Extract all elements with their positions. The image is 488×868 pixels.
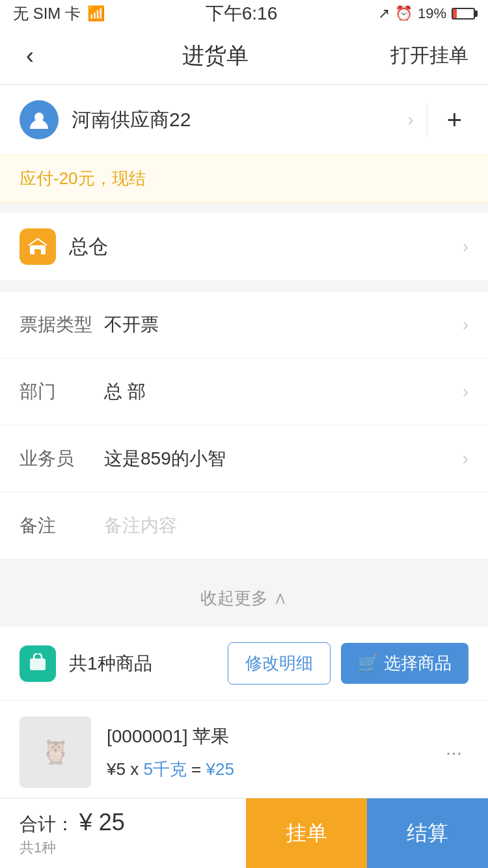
battery-indicator — [452, 8, 475, 20]
total-row: 合计： ¥ 25 — [20, 809, 226, 837]
product-thumbnail: 🦉 — [20, 716, 91, 788]
status-bar: 无 SIM 卡 📶 下午6:16 ↗ ⏰ 19% — [0, 0, 488, 27]
cart-icon: 🛒 — [358, 653, 379, 673]
owl-logo-icon: 🦉 — [41, 739, 70, 766]
invoice-label: 票据类型 — [20, 312, 104, 337]
location-icon: ↗ — [378, 5, 390, 22]
product-title: [0000001] 苹果 — [107, 724, 439, 749]
total-count: 共1种 — [20, 838, 226, 858]
department-row[interactable]: 部门 总 部 › — [0, 359, 488, 426]
alarm-icon: ⏰ — [395, 5, 413, 22]
supplier-notice: 应付-20元，现结 — [0, 155, 488, 202]
bottom-bar: 合计： ¥ 25 共1种 挂单 结算 — [0, 798, 488, 868]
supplier-avatar — [20, 100, 59, 139]
nav-bar: ‹ 进货单 打开挂单 — [0, 27, 488, 85]
product-header: 共1种商品 修改明细 🛒 选择商品 — [0, 627, 488, 701]
status-right: ↗ ⏰ 19% — [378, 5, 475, 22]
remark-input[interactable]: 备注内容 — [104, 513, 468, 538]
invoice-value: 不开票 — [104, 312, 463, 337]
edit-detail-button[interactable]: 修改明细 — [228, 642, 331, 685]
add-supplier-button[interactable]: + — [441, 105, 468, 135]
content-area: 河南供应商22 › + 应付-20元，现结 总仓 › 票据类型 不开票 › — [0, 85, 488, 868]
product-card: 共1种商品 修改明细 🛒 选择商品 🦉 [0000001] 苹果 ¥5 x — [0, 627, 488, 804]
select-product-button[interactable]: 🛒 选择商品 — [341, 643, 468, 684]
warehouse-icon — [20, 228, 56, 265]
department-chevron-icon: › — [463, 381, 468, 402]
hang-order-button[interactable]: 挂单 — [246, 798, 367, 868]
supplier-card: 河南供应商22 › + 应付-20元，现结 — [0, 85, 488, 202]
product-item: 🦉 [0000001] 苹果 ¥5 x 5千克 = ¥25 — [0, 701, 488, 804]
warehouse-name: 总仓 — [69, 234, 463, 260]
open-hang-button[interactable]: 打开挂单 — [390, 42, 468, 69]
supplier-name: 河南供应商22 — [72, 107, 407, 133]
department-label: 部门 — [20, 379, 104, 404]
product-section-icon — [20, 645, 56, 682]
checkout-button[interactable]: 结算 — [367, 798, 488, 868]
remark-row[interactable]: 备注 备注内容 — [0, 493, 488, 560]
page-title: 进货单 — [182, 41, 249, 71]
staff-value: 这是859的小智 — [104, 446, 463, 471]
product-count: 共1种商品 — [69, 651, 228, 676]
total-label: 合计： — [20, 814, 74, 834]
total-section: 合计： ¥ 25 共1种 — [0, 798, 246, 868]
total-amount: ¥ 25 — [79, 809, 125, 835]
staff-row[interactable]: 业务员 这是859的小智 › — [0, 426, 488, 493]
svg-rect-2 — [34, 249, 41, 254]
invoice-row[interactable]: 票据类型 不开票 › — [0, 292, 488, 359]
product-price: ¥5 x 5千克 = ¥25 — [107, 758, 439, 781]
staff-chevron-icon: › — [463, 448, 468, 469]
collapse-bar[interactable]: 收起更多 ∧ — [0, 570, 488, 627]
battery-percent: 19% — [418, 5, 446, 22]
carrier-text: 无 SIM 卡 — [13, 3, 81, 24]
warehouse-card: 总仓 › — [0, 213, 488, 281]
vertical-divider — [427, 103, 427, 136]
back-button[interactable]: ‹ — [20, 36, 40, 76]
warehouse-chevron-icon: › — [463, 236, 468, 257]
supplier-chevron-icon: › — [407, 109, 413, 130]
remark-label: 备注 — [20, 513, 104, 538]
status-carrier: 无 SIM 卡 📶 — [13, 3, 105, 24]
status-time: 下午6:16 — [206, 1, 278, 26]
product-info: [0000001] 苹果 ¥5 x 5千克 = ¥25 — [107, 724, 439, 781]
wifi-icon: 📶 — [87, 5, 105, 22]
product-more-button[interactable]: ··· — [439, 735, 468, 770]
invoice-chevron-icon: › — [463, 314, 468, 335]
form-card: 票据类型 不开票 › 部门 总 部 › 业务员 这是859的小智 › 备注 备注… — [0, 292, 488, 560]
svg-rect-3 — [30, 658, 46, 670]
warehouse-row[interactable]: 总仓 › — [0, 213, 488, 281]
supplier-row[interactable]: 河南供应商22 › + — [0, 85, 488, 155]
staff-label: 业务员 — [20, 446, 104, 471]
department-value: 总 部 — [104, 379, 463, 404]
